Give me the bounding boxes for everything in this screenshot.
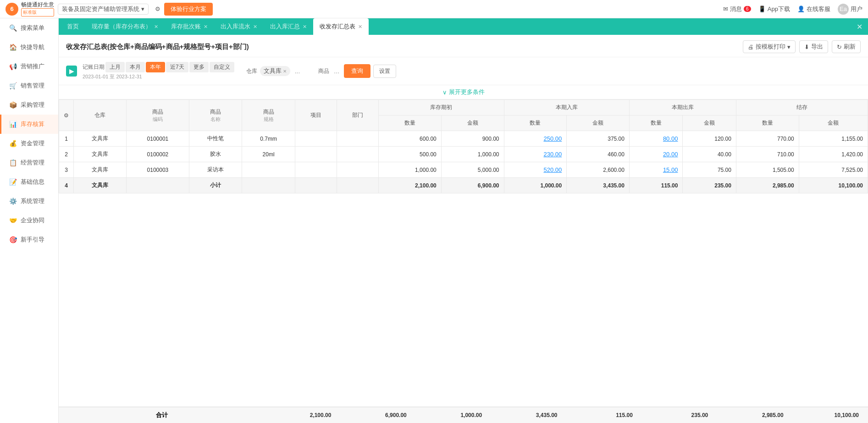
experience-button[interactable]: 体验行业方案 <box>164 3 213 16</box>
print-button[interactable]: 🖨 按模板打印 ▾ <box>743 40 796 53</box>
header-left: 6 畅捷通好生意 标准版 装备及固定资产辅助管理系统 ▾ ⚙ 体验行业方案 <box>6 1 213 17</box>
date-btn-more[interactable]: 更多 <box>189 62 209 72</box>
sidebar-item-cooperation[interactable]: 🤝 企业协同 <box>0 211 58 230</box>
th-warehouse: 仓库 <box>74 100 127 131</box>
sidebar-label-marketing: 营销推广 <box>21 62 44 71</box>
logo-text-area: 畅捷通好生意 标准版 <box>21 1 54 17</box>
cell-seq: 1 <box>59 131 74 147</box>
sidebar-item-quick-nav[interactable]: 🏠 快捷导航 <box>0 38 58 57</box>
filter-group: 记账日期 上月 本月 本年 近7天 更多 自定义 2023-01-01 至 20… <box>83 62 396 80</box>
footer-out-qty: 115.00 <box>562 412 637 418</box>
cell-in-qty: 1,000.00 <box>504 178 567 193</box>
tab-inout-summary[interactable]: 出入库汇总 ✕ <box>264 18 313 35</box>
cell-opening-amt: 6,900.00 <box>441 178 504 193</box>
page-content: 收发存汇总表(按仓库+商品编码+商品+规格型号+项目+部门) 🖨 按模板打印 ▾… <box>59 35 868 423</box>
sidebar-item-inventory[interactable]: 📊 库存核算 <box>0 115 58 134</box>
chevron-down-icon: ▾ <box>141 5 144 12</box>
export-button[interactable]: ⬇ 导出 <box>799 40 828 53</box>
home-icon: 🏠 <box>9 43 17 51</box>
date-btn-this-year[interactable]: 本年 <box>146 62 165 72</box>
system-name: 装备及固定资产辅助管理系统 <box>62 5 139 13</box>
sidebar-item-system[interactable]: ⚙️ 系统管理 <box>0 192 58 211</box>
tab-close-inout-summary[interactable]: ✕ <box>303 24 307 30</box>
cell-in-amt: 2,600.00 <box>567 162 630 178</box>
tab-close-current-stock[interactable]: ✕ <box>154 24 158 30</box>
cell-out-qty[interactable]: 80.00 <box>629 131 683 147</box>
page-title: 收发存汇总表(按仓库+商品编码+商品+规格型号+项目+部门) <box>66 43 249 51</box>
warehouse-more-dots[interactable]: ... <box>293 67 302 75</box>
tab-bar-close-all[interactable]: ✕ <box>853 22 866 31</box>
th-out-amt: 金额 <box>683 115 736 131</box>
sidebar-item-guide[interactable]: 🎯 新手引导 <box>0 230 58 249</box>
main-layout: 🔍 搜索菜单 🏠 快捷导航 📢 营销推广 🛒 销售管理 📦 采购管理 📊 库存核… <box>0 18 868 423</box>
sidebar-label-base-info: 基础信息 <box>21 178 44 186</box>
cell-in-qty[interactable]: 230.00 <box>504 147 567 162</box>
query-button[interactable]: 查询 <box>344 64 370 78</box>
th-settings[interactable]: ⚙ <box>59 100 74 131</box>
date-btn-this-month[interactable]: 本月 <box>126 62 145 72</box>
cell-opening-amt: 1,000.00 <box>441 147 504 162</box>
footer-in-qty: 1,000.00 <box>411 412 487 418</box>
th-opening-amt: 金额 <box>441 115 504 131</box>
cell-warehouse: 文具库 <box>74 131 127 147</box>
cell-project <box>295 131 337 147</box>
page-header: 收发存汇总表(按仓库+商品编码+商品+规格型号+项目+部门) 🖨 按模板打印 ▾… <box>59 35 868 57</box>
date-btn-last-month[interactable]: 上月 <box>105 62 125 72</box>
print-icon: 🖨 <box>748 44 754 50</box>
chevron-down-print-icon: ▾ <box>787 44 791 50</box>
data-table: ⚙ 仓库 商品编码 商品名称 商品规格 项目 部门 库存期初 本期入库 本期出库 <box>59 99 868 193</box>
goods-label: 商品 <box>318 67 329 75</box>
sidebar-item-purchase[interactable]: 📦 采购管理 <box>0 95 58 115</box>
tab-home[interactable]: 首页 <box>61 18 85 35</box>
app-download-label: App下载 <box>768 5 790 13</box>
refresh-button[interactable]: ↻ 刷新 <box>832 40 861 53</box>
th-balance-qty: 数量 <box>736 115 799 131</box>
tab-close-receive-summary[interactable]: ✕ <box>358 24 362 30</box>
app-download-action[interactable]: 📱 App下载 <box>758 5 790 13</box>
page-inner: 收发存汇总表(按仓库+商品编码+商品+规格型号+项目+部门) 🖨 按模板打印 ▾… <box>59 35 868 423</box>
settings-button[interactable]: 设置 <box>373 65 396 78</box>
cell-in-qty[interactable]: 250.00 <box>504 131 567 147</box>
expand-conditions-button[interactable]: ∨ 展开更多条件 <box>442 88 485 96</box>
cell-product-code: 0100002 <box>127 147 189 162</box>
footer-label: 合计 <box>63 411 260 419</box>
settings-icon[interactable]: ⚙ <box>155 5 160 12</box>
cell-in-qty[interactable]: 520.00 <box>504 162 567 178</box>
sidebar-item-finance[interactable]: 💰 资金管理 <box>0 134 58 153</box>
cell-out-amt: 120.00 <box>683 131 736 147</box>
date-btn-7days[interactable]: 近7天 <box>166 62 188 72</box>
goods-more-dots[interactable]: ... <box>332 67 341 75</box>
filter-toggle[interactable]: ▶ <box>66 66 77 77</box>
cell-in-amt: 3,435.00 <box>567 178 630 193</box>
tab-current-stock[interactable]: 现存量（库存分布表） ✕ <box>85 18 165 35</box>
online-service-action[interactable]: 👤 在线客服 <box>797 5 830 13</box>
operations-icon: 📋 <box>9 159 17 167</box>
refresh-label: 刷新 <box>844 43 856 51</box>
date-filter-label: 记账日期 <box>83 63 105 71</box>
sidebar-item-sales[interactable]: 🛒 销售管理 <box>0 76 58 95</box>
sidebar-label-inventory: 库存核算 <box>21 120 44 128</box>
sidebar-item-marketing[interactable]: 📢 营销推广 <box>0 57 58 76</box>
tab-batch[interactable]: 库存批次账 ✕ <box>165 18 214 35</box>
system-icon: ⚙️ <box>9 197 17 205</box>
online-service-label: 在线客服 <box>807 5 830 13</box>
cell-balance-qty: 2,985.00 <box>736 178 799 193</box>
cell-out-qty[interactable]: 15.00 <box>629 162 683 178</box>
sidebar-item-operations[interactable]: 📋 经营管理 <box>0 153 58 172</box>
tab-receive-summary[interactable]: 收发存汇总表 ✕ <box>313 18 369 35</box>
cell-out-qty[interactable]: 20.00 <box>629 147 683 162</box>
tab-inout-flow[interactable]: 出入库流水 ✕ <box>214 18 264 35</box>
user-action[interactable]: Ea 用户 <box>838 4 862 15</box>
message-label: 消息 <box>730 5 742 13</box>
message-action[interactable]: ✉ 消息 6 <box>723 5 751 13</box>
sidebar-item-search[interactable]: 🔍 搜索菜单 <box>0 18 58 38</box>
system-selector[interactable]: 装备及固定资产辅助管理系统 ▾ <box>58 4 149 15</box>
tab-close-inout-flow[interactable]: ✕ <box>253 24 257 30</box>
expand-label: 展开更多条件 <box>449 88 485 96</box>
table-wrapper: ⚙ 仓库 商品编码 商品名称 商品规格 项目 部门 库存期初 本期入库 本期出库 <box>59 99 868 407</box>
cell-opening-qty: 600.00 <box>379 131 442 147</box>
tab-close-batch[interactable]: ✕ <box>204 24 208 30</box>
sidebar-item-base-info[interactable]: 📝 基础信息 <box>0 172 58 192</box>
warehouse-tag-close[interactable]: ✕ <box>283 69 287 74</box>
date-btn-custom[interactable]: 自定义 <box>210 62 234 72</box>
